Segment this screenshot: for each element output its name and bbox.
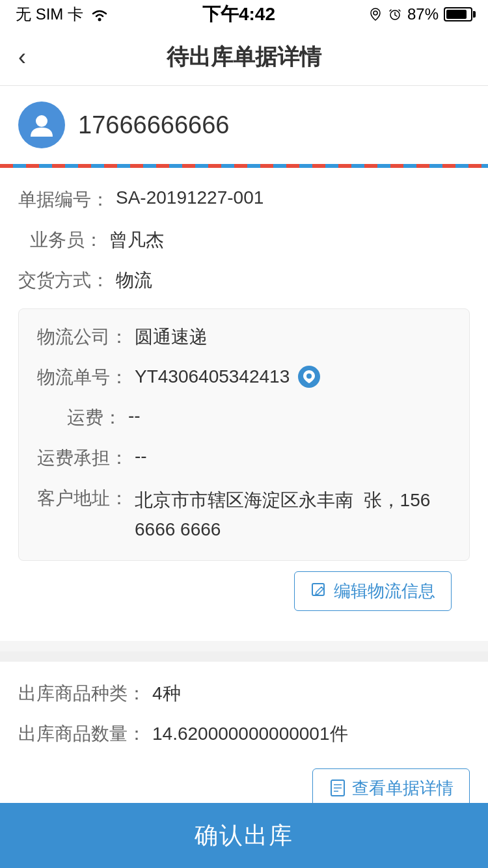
person-icon: [27, 111, 56, 139]
order-number-row: 单据编号： SA-20191227-001: [18, 187, 470, 212]
svg-point-3: [36, 115, 47, 127]
status-right: 87%: [368, 5, 472, 23]
order-info-section: 单据编号： SA-20191227-001 业务员： 曾凡杰 交货方式： 物流 …: [0, 168, 488, 641]
goods-type-row: 出库商品种类： 4种: [18, 681, 470, 706]
tracking-number-value: YT4306405342413: [135, 365, 451, 388]
salesman-label: 业务员：: [18, 228, 103, 252]
svg-point-5: [306, 373, 312, 379]
order-number-label: 单据编号：: [18, 187, 109, 212]
goods-quantity-row: 出库商品数量： 14.620000000000001件: [18, 722, 470, 746]
address-value: 北京市市辖区海淀区永丰南 张，156 6666 6666: [135, 486, 451, 545]
delivery-method-value: 物流: [116, 268, 470, 293]
freight-row: 运费： --: [37, 405, 451, 430]
address-label: 客户地址：: [37, 486, 128, 511]
edit-btn-row: 编辑物流信息: [18, 571, 470, 621]
section-separator: [0, 651, 488, 662]
freight-bearer-row: 运费承担： --: [37, 446, 451, 470]
carrier-label: 无 SIM 卡: [16, 4, 83, 25]
delivery-method-row: 交货方式： 物流: [18, 268, 470, 293]
location-pin-icon[interactable]: [297, 365, 321, 388]
back-button[interactable]: ‹: [18, 44, 26, 71]
goods-type-label: 出库商品种类：: [18, 681, 146, 706]
document-icon: [329, 779, 347, 797]
avatar: [18, 102, 65, 148]
status-bar: 无 SIM 卡 下午4:42 87%: [0, 0, 488, 29]
tracking-number-row: 物流单号： YT4306405342413: [37, 365, 451, 390]
edit-logistics-button[interactable]: 编辑物流信息: [294, 571, 452, 611]
status-left: 无 SIM 卡: [16, 4, 109, 25]
salesman-row: 业务员： 曾凡杰: [18, 228, 470, 252]
freight-label: 运费：: [37, 405, 122, 430]
freight-value: --: [128, 405, 451, 426]
freight-bearer-value: --: [135, 446, 451, 467]
logistics-card: 物流公司： 圆通速递 物流单号： YT4306405342413 运费： --: [18, 308, 470, 561]
wifi-icon: [90, 7, 109, 21]
status-time: 下午4:42: [202, 2, 275, 27]
order-number-value: SA-20191227-001: [116, 187, 470, 208]
logistics-company-row: 物流公司： 圆通速递: [37, 325, 451, 349]
view-detail-button[interactable]: 查看单据详情: [312, 768, 470, 808]
delivery-method-label: 交货方式：: [18, 268, 109, 293]
edit-icon: [310, 582, 329, 600]
goods-quantity-label: 出库商品数量：: [18, 722, 146, 746]
freight-bearer-label: 运费承担：: [37, 446, 128, 470]
confirm-outbound-label: 确认出库: [195, 820, 293, 852]
confirm-outbound-button[interactable]: 确认出库: [0, 803, 488, 868]
goods-quantity-value: 14.620000000000001件: [152, 722, 470, 746]
alarm-icon: [388, 7, 402, 21]
page-title: 待出库单据详情: [167, 42, 321, 72]
view-detail-label: 查看单据详情: [352, 777, 454, 800]
location-status-icon: [368, 7, 383, 21]
tracking-number-label: 物流单号：: [37, 365, 128, 390]
edit-logistics-label: 编辑物流信息: [334, 580, 435, 603]
battery-percentage: 87%: [407, 5, 439, 23]
address-row: 客户地址： 北京市市辖区海淀区永丰南 张，156 6666 6666: [37, 486, 451, 545]
svg-point-0: [98, 18, 102, 21]
nav-bar: ‹ 待出库单据详情: [0, 29, 488, 86]
battery-icon: [444, 7, 472, 21]
salesman-value: 曾凡杰: [109, 228, 470, 252]
goods-type-value: 4种: [152, 681, 470, 706]
user-header: 17666666666: [0, 86, 488, 164]
logistics-company-value: 圆通速递: [135, 325, 451, 349]
svg-point-1: [373, 11, 377, 15]
user-phone: 17666666666: [78, 111, 229, 139]
logistics-company-label: 物流公司：: [37, 325, 128, 349]
